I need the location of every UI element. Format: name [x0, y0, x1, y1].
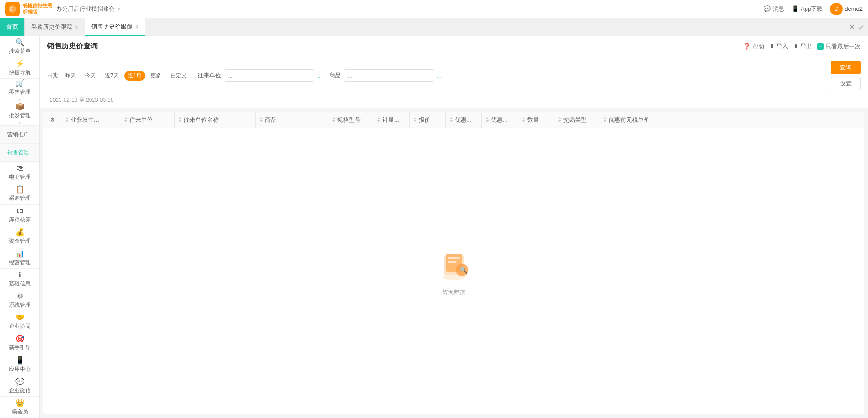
sidebar-item-wholesale[interactable]: 📦 批发管理 ▴ — [0, 102, 39, 126]
close-icon[interactable]: × — [135, 24, 138, 30]
import-icon: ⬇ — [769, 43, 774, 50]
th-date[interactable]: 业务发生... — [61, 112, 120, 128]
tab-sales[interactable]: 销售历史价跟踪 × — [85, 18, 145, 36]
sidebar-item-ops[interactable]: 📊 经营管理 — [0, 247, 39, 269]
sort-down-icon — [522, 120, 525, 122]
sidebar-label-promo: 营销推广 — [7, 131, 29, 138]
sort-down-icon — [486, 120, 489, 122]
date-btn-7days[interactable]: 近7天 — [101, 71, 123, 81]
th-trade-label: 交易类型 — [563, 116, 587, 124]
th-discount1-label: 优惠... — [455, 116, 472, 124]
close-icon[interactable]: × — [75, 24, 78, 30]
handshake-icon: 🤝 — [15, 313, 24, 322]
sidebar-label-search: 搜索菜单 — [9, 48, 31, 55]
sidebar-item-purchase[interactable]: 📋 采购管理 — [0, 183, 39, 204]
date-btn-custom[interactable]: 自定义 — [167, 71, 190, 81]
sidebar-item-ecommerce[interactable]: 🛍 电商管理 — [0, 162, 39, 183]
close-tab-button[interactable]: ✕ — [849, 23, 855, 31]
sort-unit-name[interactable] — [178, 117, 182, 122]
sort-spec[interactable] — [332, 117, 335, 122]
sidebar-item-apps[interactable]: 📱 应用中心 — [0, 354, 39, 375]
sort-up-icon — [449, 117, 453, 119]
th-spec[interactable]: 规格型号 — [328, 112, 373, 128]
sort-trade[interactable] — [558, 117, 561, 122]
target-icon: 🎯 — [15, 334, 24, 343]
sort-unit-code[interactable] — [124, 117, 127, 122]
product-input[interactable] — [344, 69, 434, 82]
sidebar-item-wechat[interactable]: 💬 企业微信 — [0, 375, 39, 397]
th-product[interactable]: 商品 — [256, 112, 328, 128]
tab-purchase[interactable]: 采购历史价跟踪 × — [25, 18, 85, 36]
date-btn-today[interactable]: 今天 — [81, 71, 99, 81]
clipboard-icon: 📋 — [15, 185, 24, 194]
chevron-down-icon[interactable]: ▾ — [118, 6, 120, 12]
main-layout: 🔍 搜索菜单 ⚡ 快捷导航 🛒 零售管理 ▾ 📦 批发管理 ▴ 营销推广 销售管… — [0, 36, 868, 418]
sidebar-item-search[interactable]: 🔍 搜索菜单 — [0, 36, 39, 57]
logo-area: 6 畅捷信好生意 标准版 — [5, 2, 52, 16]
th-settings[interactable]: ⚙ — [43, 112, 61, 128]
sidebar-item-company[interactable]: 🤝 企业协同 — [0, 311, 39, 332]
sort-discount1[interactable] — [449, 117, 453, 122]
th-price[interactable]: 报价 — [410, 112, 446, 128]
sort-discount2[interactable] — [486, 117, 489, 122]
message-button[interactable]: 💬 消息 — [764, 5, 784, 13]
unit-input[interactable] — [224, 69, 314, 82]
sidebar-item-guide[interactable]: 🎯 新手引导 — [0, 332, 39, 354]
box-icon: 📦 — [15, 102, 24, 111]
sort-price[interactable] — [413, 117, 417, 122]
only-last-checkbox[interactable] — [817, 43, 824, 50]
th-qty-label: 数量 — [527, 116, 539, 124]
th-discount2[interactable]: 优惠... — [482, 112, 518, 128]
unit-more[interactable]: ... — [317, 72, 322, 79]
tab-home[interactable]: 首页 — [0, 18, 25, 36]
export-button[interactable]: ⬆ 导出 — [793, 43, 812, 51]
sidebar-label-member: 畅会员 — [12, 408, 28, 416]
sidebar-item-inventory[interactable]: 🗂 库存核算 — [0, 205, 39, 226]
settings-button[interactable]: 设置 — [831, 77, 861, 90]
help-button[interactable]: ❓ 帮助 — [743, 43, 764, 51]
th-unit-code[interactable]: 往来单位 — [120, 112, 175, 128]
sort-unit[interactable] — [377, 117, 381, 122]
sidebar-item-quick[interactable]: ⚡ 快捷导航 — [0, 57, 39, 79]
maximize-button[interactable]: ⤢ — [859, 23, 864, 31]
sort-tax-price[interactable] — [603, 117, 607, 122]
th-tax-price[interactable]: 优惠前无税单价 — [599, 112, 864, 128]
product-more[interactable]: ... — [437, 72, 442, 79]
th-unit-name[interactable]: 往来单位名称 — [175, 112, 256, 128]
import-button[interactable]: ⬇ 导入 — [769, 43, 788, 51]
avatar: D — [830, 3, 843, 15]
th-unit[interactable]: 计量... — [373, 112, 410, 128]
sidebar: 🔍 搜索菜单 ⚡ 快捷导航 🛒 零售管理 ▾ 📦 批发管理 ▴ 营销推广 销售管… — [0, 36, 40, 418]
app-download-button[interactable]: 📱 App下载 — [792, 5, 823, 13]
sort-date[interactable] — [65, 117, 69, 122]
query-actions: 查询 设置 — [831, 61, 861, 90]
sort-product[interactable] — [259, 117, 263, 122]
date-btn-1month[interactable]: 近1月 — [124, 71, 146, 81]
date-btn-more[interactable]: 更多 — [147, 71, 165, 81]
th-discount1[interactable]: 优惠... — [446, 112, 482, 128]
sidebar-item-system[interactable]: ⚙ 系统管理 — [0, 290, 39, 311]
th-qty[interactable]: 数量 — [518, 112, 554, 128]
sidebar-label-basic: 基础信息 — [9, 280, 31, 288]
sidebar-item-finance[interactable]: 💰 资金管理 — [0, 226, 39, 247]
sidebar-item-basic[interactable]: ℹ 基础信息 — [0, 269, 39, 290]
date-btn-yesterday[interactable]: 昨天 — [61, 71, 80, 81]
settings-icon: ⚙ — [50, 116, 55, 123]
search-icon: 🔍 — [15, 38, 24, 47]
sort-down-icon — [65, 120, 69, 122]
sidebar-item-retail[interactable]: 🛒 零售管理 ▾ — [0, 79, 39, 102]
sort-qty[interactable] — [522, 117, 525, 122]
user-area[interactable]: D demo2 — [830, 3, 863, 15]
sidebar-subitem-sales-mgmt[interactable]: 销售管理 — [0, 144, 39, 162]
empty-state: 🔍 暂无数据 — [43, 128, 864, 414]
sort-up-icon — [332, 117, 335, 119]
th-unit-name-label: 往来单位名称 — [184, 116, 219, 124]
th-trade-type[interactable]: 交易类型 — [554, 112, 599, 128]
query-button[interactable]: 查询 — [831, 61, 861, 74]
svg-rect-6 — [448, 261, 457, 263]
chat-icon: 💬 — [15, 377, 24, 386]
content-area: 销售历史价查询 ❓ 帮助 ⬇ 导入 ⬆ 导出 只看最后一次 — [40, 36, 868, 418]
sidebar-subitem-promo[interactable]: 营销推广 — [0, 126, 39, 144]
sidebar-label-sales-mgmt: 销售管理 — [7, 149, 29, 157]
sidebar-item-member[interactable]: 👑 畅会员 — [0, 397, 39, 418]
